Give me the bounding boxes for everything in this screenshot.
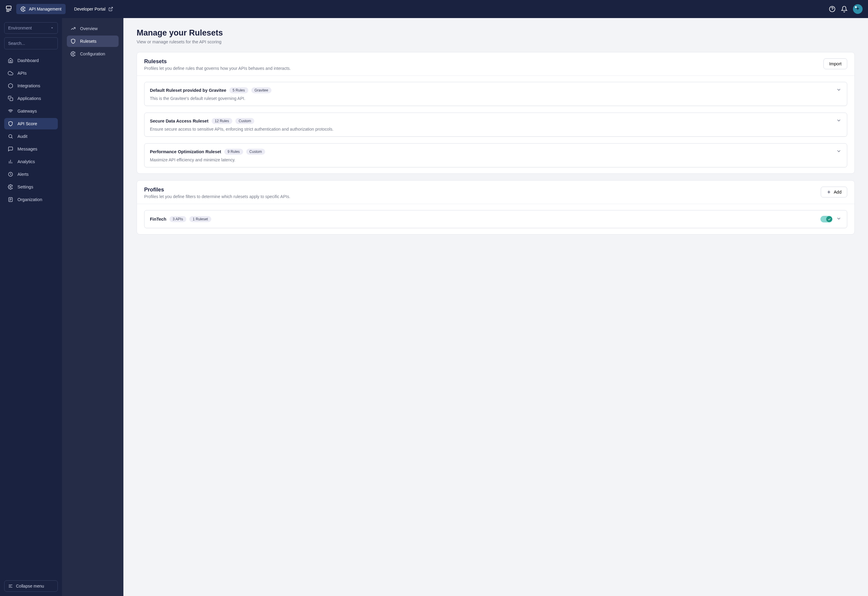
expand-button[interactable] bbox=[836, 148, 841, 155]
sidebar-item-label: Audit bbox=[18, 134, 27, 139]
sidebar-item-apis[interactable]: APIs bbox=[4, 68, 58, 79]
profiles-panel-title: Profiles bbox=[144, 187, 291, 193]
shield-icon bbox=[8, 121, 13, 127]
chevron-down-icon bbox=[836, 87, 841, 92]
api-management-tab[interactable]: API Management bbox=[16, 4, 66, 14]
toggle-knob bbox=[826, 216, 832, 222]
developer-portal-link[interactable]: Developer Portal bbox=[70, 4, 117, 14]
chevron-down-icon bbox=[50, 26, 54, 30]
external-link-icon bbox=[108, 7, 113, 12]
ruleset-card[interactable]: Secure Data Access Ruleset 12 Rules Cust… bbox=[144, 112, 847, 137]
ruleset-tag-badge: Custom bbox=[246, 149, 265, 155]
sidebar-item-label: Gateways bbox=[18, 109, 37, 114]
notifications-button[interactable] bbox=[841, 6, 847, 12]
ruleset-rules-badge: 9 Rules bbox=[224, 149, 243, 155]
svg-rect-0 bbox=[6, 6, 11, 9]
subnav-configuration[interactable]: Configuration bbox=[67, 48, 118, 60]
subnav-overview[interactable]: Overview bbox=[67, 23, 118, 34]
sparkle-icon bbox=[855, 7, 860, 12]
list-icon bbox=[8, 197, 13, 202]
chart-line-icon bbox=[71, 26, 76, 31]
sidebar-item-label: Messages bbox=[18, 147, 37, 151]
add-button[interactable]: Add bbox=[821, 187, 847, 198]
clock-icon bbox=[8, 171, 13, 177]
collapse-menu-button[interactable]: Collapse menu bbox=[4, 580, 58, 592]
chevron-down-icon bbox=[836, 148, 841, 154]
chevron-down-icon bbox=[836, 216, 841, 221]
ruleset-tag-badge: Gravitee bbox=[251, 87, 272, 93]
ruleset-rules-badge: 5 Rules bbox=[229, 87, 248, 93]
sidebar-item-alerts[interactable]: Alerts bbox=[4, 168, 58, 180]
chevron-down-icon bbox=[836, 118, 841, 123]
search-zoom-icon bbox=[8, 134, 13, 139]
add-button-label: Add bbox=[834, 190, 841, 195]
profiles-panel: Profiles Profiles let you define filters… bbox=[137, 180, 855, 235]
import-button-label: Import bbox=[829, 61, 841, 66]
svg-rect-7 bbox=[10, 98, 13, 101]
expand-button[interactable] bbox=[836, 87, 841, 94]
subnav-label: Overview bbox=[80, 26, 97, 31]
plus-icon bbox=[827, 190, 831, 195]
sidebar-item-applications[interactable]: Applications bbox=[4, 93, 58, 104]
svg-line-10 bbox=[12, 137, 12, 138]
sidebar-item-audit[interactable]: Audit bbox=[4, 131, 58, 142]
ruleset-card[interactable]: Performance Optimization Ruleset 9 Rules… bbox=[144, 143, 847, 167]
bell-icon bbox=[841, 6, 847, 12]
cloud-icon bbox=[8, 71, 13, 76]
collapse-menu-label: Collapse menu bbox=[16, 584, 44, 589]
profile-name: FinTech bbox=[150, 217, 167, 221]
sidebar-item-label: Applications bbox=[18, 96, 41, 101]
help-button[interactable] bbox=[829, 6, 836, 12]
collapse-icon bbox=[8, 584, 13, 589]
sidebar-item-label: Dashboard bbox=[18, 58, 39, 63]
developer-portal-label: Developer Portal bbox=[74, 7, 105, 12]
check-icon bbox=[828, 218, 831, 221]
profile-ruleset-badge: 1 Ruleset bbox=[189, 216, 211, 222]
profiles-panel-subtitle: Profiles let you define filters to deter… bbox=[144, 194, 291, 199]
sidebar-item-gateways[interactable]: Gateways bbox=[4, 105, 58, 117]
user-avatar[interactable] bbox=[853, 4, 862, 14]
sidebar-item-messages[interactable]: Messages bbox=[4, 143, 58, 155]
expand-button[interactable] bbox=[836, 118, 841, 124]
sidebar-item-organization[interactable]: Organization bbox=[4, 194, 58, 205]
sidebar-item-label: Integrations bbox=[18, 83, 40, 88]
environment-label: Environment bbox=[8, 26, 32, 30]
sidebar-item-settings[interactable]: Settings bbox=[4, 181, 58, 193]
import-button[interactable]: Import bbox=[824, 58, 847, 69]
environment-select[interactable]: Environment bbox=[4, 22, 58, 34]
sidebar-item-label: Organization bbox=[18, 197, 42, 202]
sidebar-item-integrations[interactable]: Integrations bbox=[4, 80, 58, 91]
profile-toggle[interactable] bbox=[821, 216, 833, 223]
ruleset-name: Default Ruleset provided by Gravitee bbox=[150, 88, 226, 93]
api-management-label: API Management bbox=[29, 7, 61, 12]
sidebar-item-api-score[interactable]: API Score bbox=[4, 118, 58, 130]
subnav-label: Configuration bbox=[80, 52, 105, 56]
profile-card[interactable]: FinTech 3 APIs 1 Ruleset bbox=[144, 210, 847, 228]
rulesets-panel-subtitle: Profiles let you define rules that gover… bbox=[144, 66, 291, 71]
sidebar-item-label: Analytics bbox=[18, 159, 35, 164]
subnav-rulesets[interactable]: Rulesets bbox=[67, 35, 118, 47]
ruleset-description: Ensure secure access to sensitive APIs, … bbox=[150, 127, 841, 131]
svg-point-9 bbox=[9, 134, 12, 138]
expand-button[interactable] bbox=[836, 216, 841, 223]
sidebar-item-dashboard[interactable]: Dashboard bbox=[4, 55, 58, 66]
sidebar-item-label: Alerts bbox=[18, 172, 29, 177]
copy-icon bbox=[8, 96, 13, 101]
gear-icon bbox=[21, 6, 26, 12]
ruleset-card[interactable]: Default Ruleset provided by Gravitee 5 R… bbox=[144, 82, 847, 106]
gravitee-logo[interactable] bbox=[6, 6, 12, 12]
sidebar-item-analytics[interactable]: Analytics bbox=[4, 156, 58, 167]
gear-icon bbox=[71, 51, 76, 57]
ruleset-rules-badge: 12 Rules bbox=[211, 118, 232, 124]
sidebar-item-label: APIs bbox=[18, 71, 27, 75]
search-input[interactable] bbox=[8, 41, 61, 46]
search-container[interactable] bbox=[4, 37, 58, 49]
subnav-label: Rulesets bbox=[80, 39, 96, 44]
home-icon bbox=[8, 58, 13, 63]
wifi-icon bbox=[8, 108, 13, 114]
sidebar-item-label: Settings bbox=[18, 184, 33, 189]
help-icon bbox=[829, 6, 836, 12]
bar-icon bbox=[8, 159, 13, 164]
svg-line-2 bbox=[111, 7, 112, 9]
svg-point-15 bbox=[10, 186, 12, 188]
